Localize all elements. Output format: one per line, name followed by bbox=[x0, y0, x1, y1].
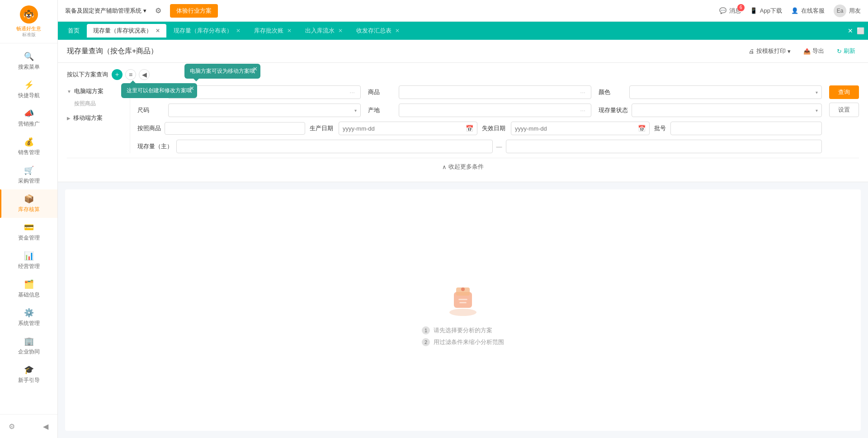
prod-date-start-calendar-icon[interactable]: 📅 bbox=[466, 125, 473, 132]
sidebar-item-purchase[interactable]: 🛒 采购管理 bbox=[0, 161, 57, 189]
sidebar-item-inventory[interactable]: 📦 库存核算 bbox=[0, 189, 57, 218]
batch-no-input[interactable] bbox=[675, 125, 818, 132]
size-input[interactable] bbox=[172, 107, 354, 114]
trial-button[interactable]: 体验行业方案 bbox=[170, 4, 218, 18]
reset-button[interactable]: 设置 bbox=[829, 103, 859, 117]
expire-date-start-calendar-icon[interactable]: 📅 bbox=[638, 125, 646, 132]
filter-actions: ＋ ≡ 这里可以创建和修改方案哦 ✕ ◀ 电脑方案可设为移动方案哦 ✕ bbox=[112, 69, 150, 80]
filter-field-goods: 商品 ··· bbox=[368, 85, 591, 99]
scheme-sub-items-pc: 按照商品 bbox=[67, 99, 124, 108]
goods-type-label: 按照商品 bbox=[137, 124, 161, 132]
settings-footer-icon[interactable]: ⚙ bbox=[5, 420, 18, 433]
sidebar-item-quick-nav[interactable]: ⚡ 快捷导航 bbox=[0, 75, 57, 104]
color-dropdown-icon[interactable]: ▾ bbox=[816, 90, 818, 95]
print-template-button[interactable]: 🖨 按模板打印 ▾ bbox=[745, 45, 794, 57]
collapse-sidebar-icon[interactable]: ◀ bbox=[39, 420, 52, 433]
expire-date-control[interactable]: 📅 bbox=[511, 122, 650, 135]
size-label: 尺码 bbox=[137, 106, 165, 114]
add-scheme-button[interactable]: ＋ bbox=[112, 69, 123, 80]
close-all-tabs-icon[interactable]: ✕ bbox=[848, 27, 853, 34]
tab-inventory-status[interactable]: 现存量（库存状况表） ✕ bbox=[87, 24, 166, 38]
expire-date-start-input[interactable] bbox=[515, 125, 636, 132]
goods-label: 商品 bbox=[368, 88, 395, 96]
marketing-icon: 📣 bbox=[24, 108, 34, 118]
tab-batch-account[interactable]: 库存批次账 ✕ bbox=[248, 24, 298, 38]
collapse-button[interactable]: ∧ 收起更多条件 bbox=[442, 163, 484, 171]
tab-close-inventory-distribution[interactable]: ✕ bbox=[236, 28, 241, 34]
online-support-action[interactable]: 👤 在线客服 bbox=[791, 7, 825, 15]
origin-control[interactable]: ··· bbox=[399, 104, 591, 117]
size-control[interactable]: ▾ bbox=[168, 104, 361, 117]
sidebar-item-sales[interactable]: 💰 销售管理 bbox=[0, 132, 57, 161]
goods-more-icon[interactable]: ··· bbox=[578, 89, 587, 96]
batch-no-control[interactable] bbox=[670, 122, 822, 135]
stock-qty-max-control[interactable] bbox=[506, 140, 822, 153]
color-input[interactable] bbox=[633, 89, 816, 96]
sidebar-item-basic[interactable]: 🗂️ 基础信息 bbox=[0, 275, 57, 303]
search-buttons-area: 查询 设置 bbox=[829, 85, 859, 153]
basic-icon: 🗂️ bbox=[24, 279, 34, 289]
warehouse-input[interactable] bbox=[172, 89, 348, 96]
sidebar-item-system[interactable]: ⚙️ 系统管理 bbox=[0, 303, 57, 332]
stock-qty-min-input[interactable] bbox=[180, 143, 489, 150]
sidebar-item-marketing[interactable]: 📣 营销推广 bbox=[0, 104, 57, 132]
filter-fields: 仓库 ··· 商品 ··· bbox=[137, 85, 822, 153]
sidebar-item-finance[interactable]: 💳 资金管理 bbox=[0, 218, 57, 246]
goods-control[interactable]: ··· bbox=[399, 85, 591, 99]
maximize-icon[interactable]: ⬜ bbox=[857, 27, 864, 34]
warehouse-more-icon[interactable]: ··· bbox=[348, 89, 357, 96]
origin-input[interactable] bbox=[403, 107, 578, 114]
message-icon: 💬 bbox=[719, 7, 726, 14]
goods-type-control[interactable] bbox=[165, 122, 305, 135]
sidebar-item-guide[interactable]: 🎓 新手引导 bbox=[0, 360, 57, 389]
edit-scheme-button[interactable]: ≡ 这里可以创建和修改方案哦 ✕ bbox=[125, 69, 136, 80]
tab-recv-summary[interactable]: 收发存汇总表 ✕ bbox=[350, 24, 406, 38]
color-label: 颜色 bbox=[599, 88, 626, 96]
sidebar-item-enterprise[interactable]: 🏢 企业协同 bbox=[0, 332, 57, 360]
main-content: 装备及固定资产辅助管理系统 ▾ ⚙ 体验行业方案 💬 消息 6 📱 App下载 … bbox=[58, 0, 868, 438]
tab-close-recv-summary[interactable]: ✕ bbox=[395, 28, 400, 34]
tooltip1-close-icon[interactable]: ✕ bbox=[253, 66, 258, 72]
tab-close-inventory-status[interactable]: ✕ bbox=[156, 28, 160, 34]
messages-action[interactable]: 💬 消息 6 bbox=[719, 7, 741, 15]
filter-field-color: 颜色 ▾ bbox=[599, 85, 822, 99]
system-title-dropdown[interactable]: 装备及固定资产辅助管理系统 ▾ bbox=[65, 7, 146, 15]
guide-icon: 🎓 bbox=[24, 365, 34, 375]
stock-qty-min-control[interactable] bbox=[176, 140, 493, 153]
prev-scheme-button[interactable]: ◀ bbox=[139, 69, 150, 80]
export-button[interactable]: 📤 导出 bbox=[800, 45, 828, 57]
origin-more-icon[interactable]: ··· bbox=[578, 107, 587, 114]
tooltip2-close-icon[interactable]: ✕ bbox=[189, 85, 194, 92]
scheme-item-mobile[interactable]: ▶ 移动端方案 bbox=[67, 112, 124, 124]
tab-inventory-distribution[interactable]: 现存量（库存分布表） ✕ bbox=[167, 24, 247, 38]
color-control[interactable]: ▾ bbox=[629, 85, 822, 99]
goods-input[interactable] bbox=[403, 89, 578, 96]
prod-date-start-input[interactable] bbox=[343, 125, 464, 132]
filter-field-stock-status: 现存量状态 ▾ bbox=[599, 104, 822, 117]
svg-rect-4 bbox=[458, 299, 467, 300]
refresh-button[interactable]: ↻ 刷新 bbox=[833, 45, 859, 57]
sidebar-item-search[interactable]: 🔍 搜索菜单 bbox=[0, 47, 57, 75]
search-button[interactable]: 查询 bbox=[829, 85, 859, 99]
tab-close-batch-account[interactable]: ✕ bbox=[287, 28, 292, 34]
logo-text: 畅通好生意 标准版 bbox=[16, 25, 41, 38]
app-download-action[interactable]: 📱 App下载 bbox=[750, 7, 782, 15]
header-settings-icon[interactable]: ⚙ bbox=[152, 5, 165, 17]
svg-rect-5 bbox=[459, 302, 467, 303]
tab-inout-flow[interactable]: 出入库流水 ✕ bbox=[299, 24, 349, 38]
stock-status-dropdown-icon[interactable]: ▾ bbox=[816, 108, 818, 113]
sidebar-item-operation[interactable]: 📊 经营管理 bbox=[0, 246, 57, 275]
size-dropdown-icon[interactable]: ▾ bbox=[354, 108, 357, 113]
tab-close-inout-flow[interactable]: ✕ bbox=[338, 28, 343, 34]
tab-home[interactable]: 首页 bbox=[61, 24, 86, 38]
expire-date-label: 失效日期 bbox=[482, 124, 507, 132]
scheme-item-pc[interactable]: ▼ 电脑端方案 bbox=[67, 85, 124, 97]
stock-qty-label: 现存量（主） bbox=[137, 142, 173, 151]
stock-status-input[interactable] bbox=[636, 107, 816, 114]
prod-date-control[interactable]: 📅 bbox=[339, 122, 477, 135]
goods-type-input[interactable] bbox=[169, 125, 301, 132]
user-menu[interactable]: Ea 用友 bbox=[834, 5, 861, 17]
stock-status-control[interactable]: ▾ bbox=[632, 104, 822, 117]
scheme-sub-item[interactable]: 按照商品 bbox=[74, 99, 124, 108]
stock-qty-max-input[interactable] bbox=[510, 143, 818, 150]
